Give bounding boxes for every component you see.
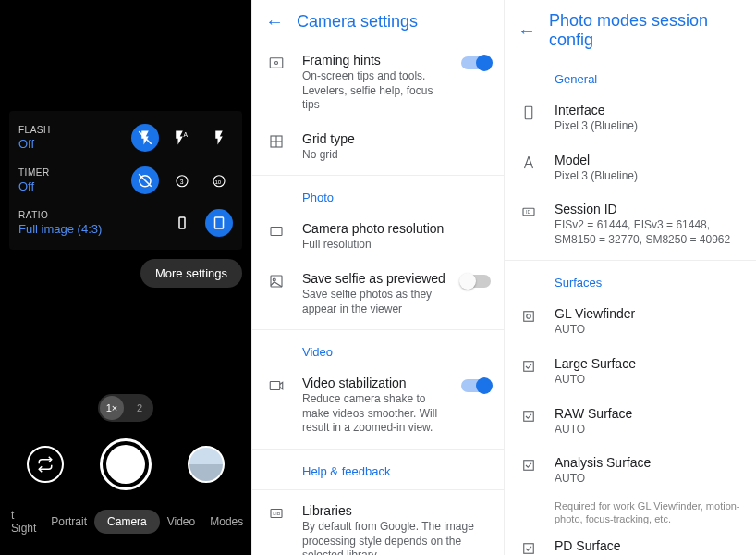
checkbox-icon xyxy=(518,540,540,555)
zoom-1x[interactable]: 1× xyxy=(100,396,124,420)
svg-rect-29 xyxy=(524,312,534,322)
stabilization-icon xyxy=(265,377,287,394)
setting-interface[interactable]: Interface Pixel 3 (Blueline) xyxy=(505,93,756,143)
flash-label: FLASH xyxy=(18,125,51,135)
svg-text:10: 10 xyxy=(215,179,222,185)
setting-save-selfie[interactable]: Save selfie as previewed Save selfie pho… xyxy=(252,262,504,326)
quick-settings-panel: FLASH Off A TIMER Off 3 10 RATIO xyxy=(9,111,242,250)
setting-grid-type[interactable]: Grid type No grid xyxy=(252,122,504,172)
svg-rect-26 xyxy=(525,106,532,119)
ratio-value[interactable]: Full image (4:3) xyxy=(18,222,102,236)
back-icon[interactable]: ← xyxy=(265,11,284,32)
checkbox-icon xyxy=(518,408,540,425)
svg-text:ID: ID xyxy=(526,209,530,215)
resolution-icon xyxy=(265,223,287,240)
selfie-toggle[interactable] xyxy=(461,275,491,288)
svg-rect-15 xyxy=(271,228,282,236)
mode-selector: t Sight Portrait Camera Video Modes xyxy=(0,501,251,546)
mode-video[interactable]: Video xyxy=(160,512,202,532)
svg-point-17 xyxy=(273,278,275,281)
svg-rect-32 xyxy=(524,411,534,421)
svg-rect-34 xyxy=(524,544,534,554)
more-settings-button[interactable]: More settings xyxy=(140,259,242,288)
analysis-note: Required for work GL Viewfinder, motion-… xyxy=(505,496,756,530)
mode-portrait[interactable]: Portrait xyxy=(43,512,94,532)
shutter-button[interactable] xyxy=(100,438,152,490)
ratio-label: RATIO xyxy=(18,210,102,220)
svg-rect-31 xyxy=(524,362,534,372)
stabilization-toggle[interactable] xyxy=(461,379,491,392)
svg-point-11 xyxy=(275,62,278,65)
setting-gl-viewfinder[interactable]: GL Viewfinder AUTO xyxy=(505,297,756,347)
zoom-selector[interactable]: 1× 2 xyxy=(98,394,153,422)
viewfinder-icon xyxy=(518,308,540,325)
setting-analysis-surface[interactable]: Analysis Surface AUTO xyxy=(505,446,756,496)
checkbox-icon xyxy=(518,457,540,474)
setting-libraries[interactable]: LIB Libraries By default from Google. Th… xyxy=(252,494,504,555)
svg-rect-10 xyxy=(270,58,283,68)
timer-10s-icon[interactable]: 10 xyxy=(205,166,233,194)
compass-icon xyxy=(518,154,540,171)
checkbox-icon xyxy=(518,358,540,375)
setting-session-id[interactable]: ID Session ID EISv2 = 61444, EISv3 = 614… xyxy=(505,192,756,256)
svg-text:3: 3 xyxy=(180,179,184,185)
setting-framing-hints[interactable]: Framing hints On-screen tips and tools. … xyxy=(252,43,504,122)
flash-on-icon[interactable] xyxy=(205,124,233,152)
ratio-full-icon[interactable] xyxy=(205,209,233,237)
gallery-thumbnail[interactable] xyxy=(188,446,225,483)
flash-value[interactable]: Off xyxy=(18,137,51,151)
setting-raw-surface[interactable]: RAW Surface AUTO xyxy=(505,397,756,447)
libraries-icon: LIB xyxy=(265,505,287,522)
mode-more[interactable]: Modes xyxy=(202,512,250,532)
camera-settings-panel: ← Camera settings Framing hints On-scree… xyxy=(251,0,504,555)
setting-photo-resolution[interactable]: Camera photo resolution Full resolution xyxy=(252,212,504,262)
ratio-portrait-icon[interactable] xyxy=(168,209,196,237)
timer-value[interactable]: Off xyxy=(18,179,50,193)
svg-text:A: A xyxy=(184,131,189,138)
setting-model[interactable]: Model Pixel 3 (Blueline) xyxy=(505,143,756,193)
section-photo: Photo xyxy=(252,179,504,212)
setting-video-stabilization[interactable]: Video stabilization Reduce camera shake … xyxy=(252,366,504,445)
timer-off-icon[interactable] xyxy=(131,166,159,194)
svg-point-30 xyxy=(527,314,531,319)
timer-3s-icon[interactable]: 3 xyxy=(168,166,196,194)
framing-icon xyxy=(265,55,287,71)
id-icon: ID xyxy=(518,204,540,220)
session-config-panel: ← Photo modes session config General Int… xyxy=(504,0,756,555)
svg-rect-9 xyxy=(215,217,224,228)
timer-label: TIMER xyxy=(18,167,50,178)
mode-night-sight[interactable]: t Sight xyxy=(4,505,43,538)
selfie-icon xyxy=(265,273,287,290)
svg-rect-18 xyxy=(270,382,280,390)
settings-title: Camera settings xyxy=(297,12,418,31)
section-help[interactable]: Help & feedback xyxy=(252,453,504,486)
config-title: Photo modes session config xyxy=(549,11,743,50)
mode-camera[interactable]: Camera xyxy=(94,510,160,534)
section-general: General xyxy=(505,61,756,93)
setting-large-surface[interactable]: Large Surface AUTO xyxy=(505,347,756,397)
section-surfaces: Surfaces xyxy=(505,265,756,297)
svg-rect-8 xyxy=(179,217,185,228)
phone-icon xyxy=(518,105,540,121)
framing-toggle[interactable] xyxy=(461,56,491,69)
svg-rect-33 xyxy=(524,461,534,471)
svg-text:LIB: LIB xyxy=(273,511,280,516)
section-video: Video xyxy=(252,334,504,366)
flash-off-icon[interactable] xyxy=(131,124,159,152)
grid-icon xyxy=(265,133,287,150)
back-icon[interactable]: ← xyxy=(518,20,536,42)
camera-app-panel: FLASH Off A TIMER Off 3 10 RATIO xyxy=(0,0,251,555)
zoom-2x[interactable]: 2 xyxy=(126,402,153,413)
flash-auto-icon[interactable]: A xyxy=(168,124,196,152)
setting-pd-surface[interactable]: PD Surface AUTO xyxy=(505,529,756,555)
switch-camera-button[interactable] xyxy=(27,446,64,483)
